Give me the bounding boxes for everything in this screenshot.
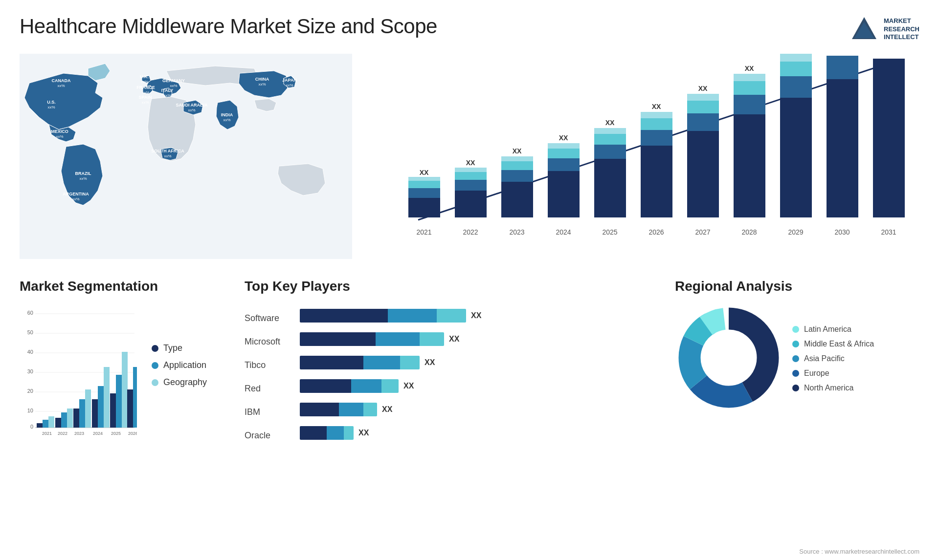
svg-text:0: 0: [30, 424, 33, 430]
seg-chart-container: 60 50 40 30 20 10 0: [20, 304, 215, 441]
svg-rect-131: [133, 367, 137, 428]
player-tibco: Tibco: [245, 353, 280, 377]
svg-rect-67: [641, 118, 672, 130]
bar-0: [300, 309, 466, 323]
svg-rect-36: [408, 188, 440, 198]
svg-rect-66: [641, 130, 672, 146]
svg-rect-85: [780, 62, 812, 76]
svg-text:2024: 2024: [93, 431, 103, 436]
bar-1: [300, 332, 444, 346]
svg-rect-62: [594, 128, 626, 134]
seg-chart-svg: 60 50 40 30 20 10 0: [20, 304, 137, 441]
svg-text:2023: 2023: [509, 228, 524, 236]
svg-rect-53: [548, 171, 580, 217]
player-names: Software Microsoft Tibco Red IBM Oracle: [245, 304, 280, 447]
bar-seg-light: [363, 403, 377, 416]
svg-point-138: [702, 331, 756, 385]
svg-rect-73: [687, 101, 719, 113]
bar-row-4: XX: [300, 398, 675, 421]
svg-rect-114: [55, 418, 61, 428]
bar-row-5: XX: [300, 421, 675, 445]
bar-seg-dark: [300, 403, 339, 416]
svg-rect-78: [734, 95, 765, 114]
bar-4: [300, 403, 377, 416]
svg-text:40: 40: [27, 349, 33, 355]
svg-rect-119: [79, 399, 85, 428]
svg-text:2027: 2027: [695, 228, 710, 236]
source-text: Source : www.marketresearchintellect.com: [799, 548, 919, 555]
legend-application: Application: [152, 360, 207, 370]
seg-legend: Type Application Geography: [152, 304, 207, 388]
legend-middle-east-africa: Middle East & Africa: [792, 340, 874, 348]
svg-text:2021: 2021: [42, 431, 52, 436]
svg-rect-47: [501, 182, 533, 217]
regional-section: Regional Analysis: [675, 279, 919, 545]
player-red: Red: [245, 377, 280, 400]
legend-europe: Europe: [792, 369, 874, 378]
svg-rect-77: [734, 114, 765, 217]
svg-text:10: 10: [27, 408, 33, 413]
world-map: CANADA xx% U.S. xx% MEXICO xx% BRAZIL xx…: [20, 54, 352, 259]
svg-text:XX: XX: [698, 85, 708, 92]
svg-rect-90: [827, 56, 858, 79]
svg-text:2022: 2022: [463, 228, 478, 236]
player-software: Software: [245, 306, 280, 330]
svg-rect-35: [408, 198, 440, 217]
svg-rect-59: [594, 159, 626, 217]
svg-rect-93: [873, 59, 905, 217]
bar-3: [300, 379, 399, 393]
map-section: CANADA xx% U.S. xx% MEXICO xx% BRAZIL xx…: [20, 54, 352, 259]
svg-text:xx%: xx%: [141, 100, 149, 105]
bar-seg-light: [344, 426, 354, 440]
svg-rect-118: [73, 409, 79, 428]
svg-text:xx%: xx%: [140, 80, 148, 84]
donut-svg: [675, 304, 782, 411]
player-microsoft: Microsoft: [245, 330, 280, 353]
svg-rect-86: [780, 54, 812, 62]
svg-rect-84: [780, 76, 812, 98]
svg-rect-123: [98, 386, 104, 428]
donut-chart: [675, 304, 782, 413]
svg-text:XX: XX: [420, 169, 429, 176]
bar-seg-light: [381, 379, 399, 393]
svg-rect-44: [455, 168, 487, 172]
svg-rect-116: [67, 409, 73, 428]
dot-asia-pacific: [792, 355, 799, 362]
svg-text:GERMANY: GERMANY: [162, 78, 185, 83]
svg-text:2022: 2022: [58, 431, 67, 436]
svg-text:SOUTH AFRICA: SOUTH AFRICA: [151, 149, 184, 153]
svg-rect-130: [127, 389, 133, 428]
svg-text:INDIA: INDIA: [221, 112, 233, 117]
svg-text:XX: XX: [605, 119, 615, 127]
svg-rect-124: [104, 367, 110, 428]
svg-rect-37: [408, 181, 440, 188]
svg-text:xx%: xx%: [72, 197, 79, 201]
bar-seg-mid: [339, 403, 363, 416]
svg-rect-43: [455, 172, 487, 180]
svg-text:XX: XX: [559, 134, 568, 142]
bar-seg-mid: [351, 379, 381, 393]
svg-rect-111: [43, 420, 48, 428]
svg-text:MEXICO: MEXICO: [51, 129, 68, 134]
players-grid: Software Microsoft Tibco Red IBM Oracle …: [245, 304, 675, 447]
svg-rect-56: [548, 143, 580, 149]
svg-rect-115: [61, 412, 67, 428]
svg-text:U.S.: U.S.: [47, 100, 56, 105]
header: Healthcare Middleware Market Size and Sc…: [20, 15, 919, 44]
svg-rect-55: [548, 149, 580, 158]
legend-type: Type: [152, 343, 207, 353]
svg-text:ARGENTINA: ARGENTINA: [63, 192, 89, 196]
svg-rect-48: [501, 170, 533, 182]
svg-rect-89: [827, 79, 858, 217]
bar-seg-dark: [300, 426, 327, 440]
svg-rect-61: [594, 134, 626, 145]
svg-text:xx%: xx%: [223, 118, 230, 122]
legend-asia-pacific: Asia Pacific: [792, 354, 874, 363]
svg-text:xx%: xx%: [170, 84, 177, 88]
svg-rect-68: [641, 112, 672, 118]
logo-area: MARKET RESEARCH INTELLECT: [850, 15, 919, 44]
dot-europe: [792, 370, 799, 377]
svg-rect-128: [122, 352, 128, 428]
svg-rect-72: [687, 113, 719, 131]
bar-5: [300, 426, 354, 440]
